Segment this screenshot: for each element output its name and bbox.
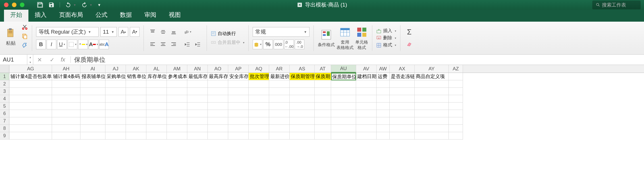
cell-AK1[interactable]: 销售单位 [126, 73, 146, 80]
column-header-AU[interactable]: AU [331, 65, 356, 73]
customize-qat[interactable]: ▼ [97, 3, 101, 7]
cell-AJ5[interactable] [105, 103, 126, 110]
cell-AW4[interactable] [377, 95, 390, 103]
cell-AW7[interactable] [377, 117, 390, 125]
cell-AW3[interactable] [377, 88, 390, 95]
cell-AR3[interactable] [269, 88, 290, 95]
cell-AQ6[interactable] [249, 110, 269, 117]
cell-AQ9[interactable] [249, 132, 269, 140]
cell-AZ5[interactable] [449, 103, 463, 110]
cell-AP4[interactable] [228, 95, 249, 103]
cell-AL6[interactable] [146, 110, 167, 117]
cell-AJ6[interactable] [105, 110, 126, 117]
cell-AW9[interactable] [377, 132, 390, 140]
cell-AV5[interactable] [356, 103, 377, 110]
cell-AG2[interactable] [9, 80, 52, 88]
cell-AW5[interactable] [377, 103, 390, 110]
cell-AT5[interactable] [315, 103, 331, 110]
cell-AJ2[interactable] [105, 80, 126, 88]
cell-AI2[interactable] [80, 80, 105, 88]
decrease-font-button[interactable]: A▾ [130, 27, 140, 37]
cell-AR1[interactable]: 最新进价 [269, 73, 290, 80]
cell-AR8[interactable] [269, 125, 290, 132]
redo-button[interactable]: ▼ [81, 2, 92, 8]
autosum-button[interactable]: Σ [404, 27, 414, 37]
cut-button[interactable] [22, 24, 28, 31]
column-header-AW[interactable]: AW [377, 65, 390, 73]
column-header-AZ[interactable]: AZ [449, 65, 463, 73]
cell-AZ3[interactable] [449, 88, 463, 95]
underline-button[interactable]: U▾ [57, 40, 67, 49]
cell-AN9[interactable] [187, 132, 208, 140]
font-color-button[interactable]: A▾ [89, 40, 98, 49]
cell-AI5[interactable] [80, 103, 105, 110]
cell-AT6[interactable] [315, 110, 331, 117]
cell-AT4[interactable] [315, 95, 331, 103]
fx-button[interactable]: fx [58, 56, 71, 63]
cell-AM2[interactable] [167, 80, 187, 88]
cell-AR4[interactable] [269, 95, 290, 103]
cell-AH7[interactable] [52, 117, 80, 125]
cell-AU6[interactable] [331, 110, 356, 117]
font-name-combo[interactable]: 等线 Regular (正文)▼ [36, 27, 99, 37]
save-icon[interactable] [48, 2, 55, 8]
column-header-AR[interactable]: AR [269, 65, 290, 73]
cell-AJ9[interactable] [105, 132, 126, 140]
cell-AO9[interactable] [208, 132, 228, 140]
cell-AH1[interactable]: 辅计量4条码 [52, 73, 80, 80]
align-top[interactable] [148, 27, 157, 37]
cell-AH4[interactable] [52, 95, 80, 103]
cell-AQ8[interactable] [249, 125, 269, 132]
cell-AQ1[interactable]: 批次管理 [249, 73, 269, 80]
increase-decimal[interactable]: .0←.00 [284, 40, 294, 49]
increase-font-button[interactable]: A▴ [119, 27, 128, 37]
tab-page-layout[interactable]: 页面布局 [53, 8, 89, 22]
cell-AH9[interactable] [52, 132, 80, 140]
cell-AZ8[interactable] [449, 125, 463, 132]
merge-center-button[interactable]: 合并后居中▾ [211, 40, 244, 46]
phonetic-button[interactable]: abcA [99, 40, 109, 49]
cell-AX2[interactable] [390, 80, 415, 88]
cell-AH5[interactable] [52, 103, 80, 110]
cell-AW6[interactable] [377, 110, 390, 117]
cell-AJ1[interactable]: 采购单位 [105, 73, 126, 80]
column-header-AL[interactable]: AL [146, 65, 167, 73]
cell-AX4[interactable] [390, 95, 415, 103]
cell-AU7[interactable] [331, 117, 356, 125]
cell-AQ3[interactable] [249, 88, 269, 95]
cell-AG4[interactable] [9, 95, 52, 103]
cell-AP9[interactable] [228, 132, 249, 140]
cell-AM4[interactable] [167, 95, 187, 103]
cell-AV4[interactable] [356, 95, 377, 103]
cell-AJ8[interactable] [105, 125, 126, 132]
cell-AY6[interactable] [415, 110, 449, 117]
cell-style-button[interactable]: 单元格 格式 [355, 26, 368, 50]
cell-AT2[interactable] [315, 80, 331, 88]
cell-AK6[interactable] [126, 110, 146, 117]
comma-button[interactable]: 000 [274, 40, 283, 49]
copy-button[interactable] [22, 33, 28, 40]
cell-AU1[interactable]: 保质期单位 [331, 73, 356, 80]
cell-AN3[interactable] [187, 88, 208, 95]
cell-AU3[interactable] [331, 88, 356, 95]
cell-AM9[interactable] [167, 132, 187, 140]
cell-AT3[interactable] [315, 88, 331, 95]
cell-AS1[interactable]: 保质期管理 [290, 73, 315, 80]
cell-AW8[interactable] [377, 125, 390, 132]
cell-AM8[interactable] [167, 125, 187, 132]
cell-AX7[interactable] [390, 117, 415, 125]
italic-button[interactable]: I [47, 40, 56, 49]
cell-AO8[interactable] [208, 125, 228, 132]
percent-button[interactable]: % [263, 40, 273, 49]
cell-AP1[interactable]: 安全库存 [228, 73, 249, 80]
cell-AZ2[interactable] [449, 80, 463, 88]
cell-AV1[interactable]: 建档日期 [356, 73, 377, 80]
cell-AY8[interactable] [415, 125, 449, 132]
cell-AO2[interactable] [208, 80, 228, 88]
cell-AZ4[interactable] [449, 95, 463, 103]
cell-AR5[interactable] [269, 103, 290, 110]
spreadsheet-grid[interactable]: 1辅计量4是否包装单位辅计量4条码报表辅单位采购单位销售单位库存单位参考成本最低… [0, 73, 644, 140]
cell-AM5[interactable] [167, 103, 187, 110]
cell-AW1[interactable]: 运费 [377, 73, 390, 80]
cell-AG7[interactable] [9, 117, 52, 125]
